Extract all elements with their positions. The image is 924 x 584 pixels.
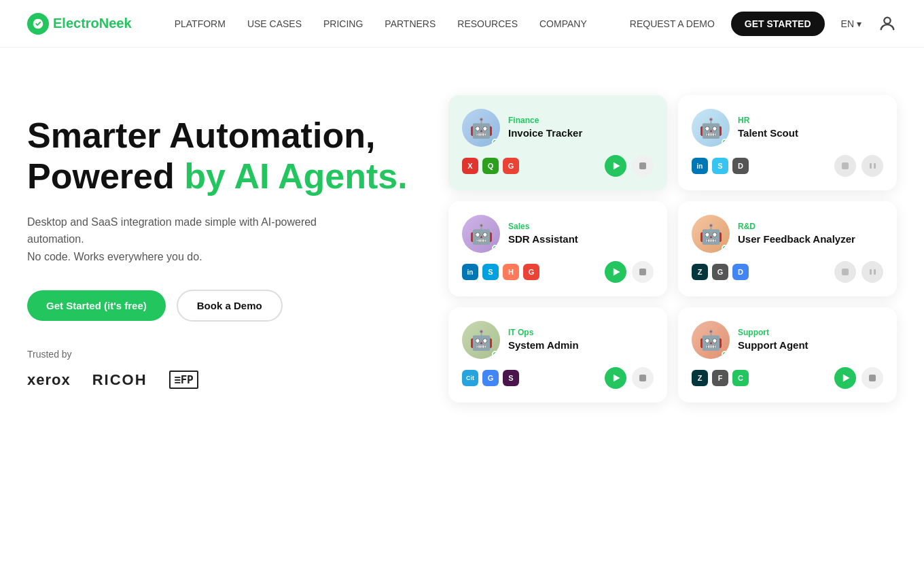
nav-company[interactable]: COMPANY [539,18,587,29]
agent-card-top: 🤖 Support Support Agent [692,321,883,359]
svg-point-0 [884,17,890,23]
agent-name: Support Agent [738,339,883,352]
agent-avatar-finance: 🤖 [462,109,500,147]
agent-card-top: 🤖 Finance Invoice Tracker [462,109,654,147]
agent-controls [834,367,883,389]
agent-card-support: 🤖 Support Support Agent Z F C [678,307,897,402]
svg-marker-3 [614,374,620,381]
agent-category: HR [738,116,883,125]
xerox-logo: xerox [27,371,71,389]
agent-avatar-randd: 🤖 [692,215,730,253]
user-icon[interactable] [878,14,897,33]
nav-pricing[interactable]: PRICING [323,18,363,29]
stop-icon [639,375,646,381]
agent-card-top: 🤖 HR Talent Scout [692,109,883,147]
stop-icon [842,162,849,169]
play-button[interactable] [605,155,626,177]
agent-avatar-support: 🤖 [692,321,730,359]
agent-card-hr: 🤖 HR Talent Scout in S D [678,95,897,190]
agent-integrations: X Q G [462,158,519,174]
language-selector[interactable]: EN ▾ [841,18,861,29]
agent-category: Finance [508,116,654,125]
integration-slack: S [712,158,728,174]
nav-right: REQUEST A DEMO GET STARTED EN ▾ [630,12,897,36]
pause-button[interactable] [861,261,883,283]
book-demo-button[interactable]: Book a Demo [177,290,283,322]
integration-citrix: Cit [462,370,478,386]
integration-zendesk: Z [692,264,708,280]
integration-gmail: G [503,158,519,174]
agent-avatar-itops: 🤖 [462,321,500,359]
hero-title: Smarter Automation, Powered by AI Agents… [27,116,421,197]
integration-chrome: C [732,370,749,386]
integration-docs: D [732,158,749,174]
get-started-button[interactable]: Get Started (it's free) [27,290,166,321]
hero-buttons: Get Started (it's free) Book a Demo [27,290,421,322]
agent-card-randd: 🤖 R&D User Feedback Analyzer Z G D [678,201,897,296]
agent-integrations: Cit G S [462,370,519,386]
integration-gmail: G [523,264,539,280]
agent-card-bottom: Z G D [692,261,883,283]
trusted-by-label: Trusted by [27,349,421,360]
agent-info: R&D User Feedback Analyzer [738,222,883,246]
agent-controls [834,261,883,283]
play-button[interactable] [834,367,856,389]
pause-icon [869,269,876,275]
agent-category: Support [738,328,883,337]
agent-card-finance: 🤖 Finance Invoice Tracker X Q G [448,95,667,190]
play-button[interactable] [605,261,626,283]
agent-integrations: Z F C [692,370,749,386]
logo-icon [27,13,49,35]
stop-button[interactable] [861,367,883,389]
logo[interactable]: ElectroNeek [27,13,132,35]
agent-integrations: Z G D [692,264,749,280]
integration-slack: S [503,370,519,386]
play-icon [611,373,621,383]
play-icon [841,373,851,383]
ricoh-logo: RICOH [92,371,147,389]
stop-icon [842,269,849,275]
nav-platform[interactable]: PLATFORM [175,18,226,29]
agent-card-top: 🤖 R&D User Feedback Analyzer [692,215,883,253]
agent-name: User Feedback Analyzer [738,233,883,246]
integration-linkedin: in [692,158,708,174]
integration-hubspot: H [503,264,519,280]
stop-button[interactable] [834,261,856,283]
play-button[interactable] [605,367,626,389]
stop-button[interactable] [834,155,856,177]
nav-partners[interactable]: PARTNERS [385,18,436,29]
stop-button[interactable] [632,261,654,283]
agent-info: Support Support Agent [738,328,883,352]
agent-controls [605,367,654,389]
hero-right: 🤖 Finance Invoice Tracker X Q G [448,88,897,402]
integration-freshdesk: F [712,370,728,386]
agent-card-bottom: in S H G [462,261,654,283]
agent-info: Finance Invoice Tracker [508,116,654,140]
agent-name: System Admin [508,339,654,352]
pause-icon [869,162,876,169]
ufp-logo: ≡FP [169,371,198,389]
svg-marker-4 [843,374,850,381]
navigation: ElectroNeek PLATFORM USE CASES PRICING P… [0,0,924,48]
nav-use-cases[interactable]: USE CASES [247,18,302,29]
agent-card-bottom: Cit G S [462,367,654,389]
nav-resources[interactable]: RESOURCES [457,18,518,29]
agent-status-dot [722,245,728,252]
play-icon [611,267,621,277]
request-demo-link[interactable]: REQUEST A DEMO [630,18,715,29]
agent-name: Talent Scout [738,126,883,140]
agent-category: IT Ops [508,328,654,337]
hero-section: Smarter Automation, Powered by AI Agents… [0,48,924,584]
stop-icon [639,162,646,169]
stop-button[interactable] [632,367,654,389]
pause-button[interactable] [861,155,883,177]
logo-text: ElectroNeek [53,16,132,31]
nav-get-started-button[interactable]: GET STARTED [731,12,825,36]
hero-left: Smarter Automation, Powered by AI Agents… [27,88,421,389]
agent-category: R&D [738,222,883,231]
agent-status-dot [492,245,499,252]
agent-card-itops: 🤖 IT Ops System Admin Cit G S [448,307,667,402]
agent-info: Sales SDR Assistant [508,222,654,246]
integration-docs: D [732,264,749,280]
stop-button[interactable] [632,155,654,177]
